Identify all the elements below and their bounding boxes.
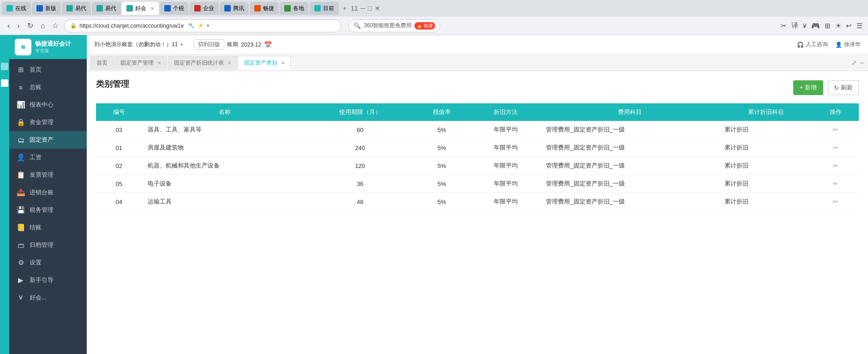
- edit-button[interactable]: ✏: [833, 180, 838, 187]
- sidebar-item-settings-label: 设置: [30, 258, 42, 267]
- sidebar-item-payroll-label: 工资: [30, 153, 42, 162]
- sidebar-item-fixed-assets[interactable]: 🗂 固定资产: [9, 131, 87, 149]
- cell-action: ✏: [813, 175, 859, 193]
- edit-button[interactable]: ✏: [833, 126, 838, 133]
- undo-icon[interactable]: ↩: [846, 22, 852, 30]
- sidebar-item-home[interactable]: ⊞ 首页: [9, 61, 87, 78]
- browser-tab-haohui[interactable]: 好会 ✕: [122, 2, 159, 15]
- cell-action: ✏: [813, 121, 859, 139]
- app-tab-home[interactable]: 首页: [90, 56, 114, 70]
- translate-icon[interactable]: 译: [791, 21, 798, 30]
- app-tab-depreciation-stat-close[interactable]: ✕: [227, 60, 231, 66]
- add-category-button[interactable]: + 新增: [793, 80, 823, 95]
- tab-expand-button[interactable]: ⤢: [851, 59, 857, 66]
- app-tab-depreciation-stat[interactable]: 固定资产折旧统计表 ✕: [168, 56, 237, 70]
- refresh-button[interactable]: ↻ 刷新: [828, 80, 859, 95]
- app-tab-assets-mgmt-close[interactable]: ✕: [157, 60, 161, 66]
- cell-method: 年限平均: [471, 139, 540, 157]
- menu-icon[interactable]: ☰: [856, 22, 862, 30]
- sidebar-item-funds[interactable]: 🔒 资金管理: [9, 114, 87, 131]
- user-account-text: 刘小艳演示账套（勿删勿动！）11: [94, 41, 178, 48]
- new-tab-button[interactable]: ＋: [341, 4, 348, 12]
- bookmark-button[interactable]: ☆: [50, 20, 60, 31]
- app-tab-asset-category-close[interactable]: ✕: [281, 60, 285, 66]
- sidebar-item-archive-label: 归档管理: [30, 241, 54, 249]
- sidebar-item-settlement[interactable]: 📒 结账: [9, 219, 87, 236]
- sidebar-item-tax[interactable]: 💾 税务管理: [9, 201, 87, 219]
- table-row: 04 运输工具 48 5% 年限平均 管理费用_固定资产折旧_一级 累计折旧 ✏: [96, 193, 859, 211]
- archive-icon: 🗃: [17, 241, 25, 249]
- browser-tab-changjie[interactable]: 畅捷: [250, 2, 279, 15]
- sun-icon[interactable]: ☀: [835, 22, 841, 30]
- sidebar-item-ledger[interactable]: ≡ 总账: [9, 78, 87, 96]
- sidebar-item-invoice[interactable]: 📋 发票管理: [9, 166, 87, 184]
- tab-list-button[interactable]: 11: [351, 5, 358, 12]
- home-button[interactable]: ⌂: [39, 21, 47, 31]
- maximize-button[interactable]: □: [368, 5, 372, 12]
- sidebar-item-guide[interactable]: ▶ 新手引导: [9, 271, 87, 289]
- browser-tab-gedi[interactable]: 各地: [280, 2, 309, 15]
- username-text: 徐泽华: [844, 41, 861, 48]
- app-tab-asset-category[interactable]: 固定资产类别 ✕: [238, 56, 291, 70]
- cell-action: ✏: [813, 193, 859, 211]
- browser-tab-gesui[interactable]: 个税: [160, 2, 189, 15]
- grid-icon[interactable]: ⊞: [825, 22, 831, 30]
- browser-toolbar-right: ✂ 译 ¥ 🎮 ⊞ ☀ ↩ ☰: [781, 21, 862, 30]
- switch-version-button[interactable]: 切到旧版: [194, 39, 224, 50]
- cell-method: 年限平均: [471, 193, 540, 211]
- browser-tab-xinban[interactable]: 新版: [32, 2, 61, 15]
- col-header-accum: 累计折旧科目: [719, 103, 813, 121]
- logo-icon: 畅: [15, 39, 31, 55]
- settlement-icon: 📒: [17, 223, 25, 232]
- browser-tab-yidai2[interactable]: 易代: [92, 2, 121, 15]
- refresh-icon: ↻: [834, 84, 839, 91]
- browser-tab-tengxun[interactable]: 腾讯: [220, 2, 249, 15]
- forward-button[interactable]: ›: [15, 21, 21, 31]
- user-profile-button[interactable]: 👤 徐泽华: [835, 41, 861, 48]
- sidebar-item-sales[interactable]: 📥 进销台账: [9, 184, 87, 201]
- cell-id: 05: [96, 175, 142, 193]
- sidebar-item-reports[interactable]: 📊 报表中心: [9, 96, 87, 114]
- browser-tab-close[interactable]: ✕: [150, 6, 154, 11]
- browser-tab-yidai1[interactable]: 易代: [62, 2, 91, 15]
- cell-rate: 5%: [413, 175, 471, 193]
- sidebar-item-archive[interactable]: 🗃 归档管理: [9, 236, 87, 254]
- logo-text-container: 畅捷通好会计 专业版: [35, 40, 71, 54]
- address-input[interactable]: 🔒 https://cloud.chanjet.com/accounting/u…: [64, 19, 341, 32]
- edit-button[interactable]: ✏: [833, 144, 838, 151]
- sidebar-item-home-label: 首页: [30, 66, 42, 74]
- sidebar-item-sales-label: 进销台账: [30, 188, 54, 197]
- search-bar[interactable]: 🔍 360智能抠图免费用 🔥 热搜: [348, 19, 440, 32]
- browser-tab-qiye[interactable]: 企业: [190, 2, 219, 15]
- edit-button[interactable]: ✏: [833, 198, 838, 205]
- refresh-browser-button[interactable]: ↻: [25, 20, 35, 31]
- wallet-icon[interactable]: ¥: [803, 22, 807, 30]
- cell-expense: 管理费用_固定资产折旧_一级: [540, 121, 719, 139]
- table-row: 05 电子设备 36 5% 年限平均 管理费用_固定资产折旧_一级 累计折旧 ✏: [96, 175, 859, 193]
- browser-tab-muqian[interactable]: 目前: [310, 2, 339, 15]
- user-dropdown-icon[interactable]: ▾: [180, 42, 183, 47]
- refresh-label: 刷新: [841, 84, 853, 92]
- guide-icon: ▶: [17, 276, 25, 284]
- col-header-name: 名称: [142, 103, 307, 121]
- col-header-period: 使用期限（月）: [307, 103, 413, 121]
- app-tab-assets-mgmt[interactable]: 固定资产管理 ✕: [114, 56, 167, 70]
- minimize-button[interactable]: ─: [361, 5, 365, 12]
- cell-expense: 管理费用_固定资产折旧_一级: [540, 175, 719, 193]
- tab-minimize-button[interactable]: ─: [860, 59, 864, 66]
- game-icon[interactable]: 🎮: [811, 22, 820, 30]
- help-button[interactable]: 🎧 人工咨询: [797, 41, 828, 48]
- cell-period: 36: [307, 175, 413, 193]
- sidebar-item-settings[interactable]: ⚙ 设置: [9, 254, 87, 271]
- browser-tab-zaixin[interactable]: 在线: [2, 2, 31, 15]
- edit-button[interactable]: ✏: [833, 162, 838, 169]
- sidebar-item-v[interactable]: V 好会...: [9, 289, 87, 306]
- main-content: 刘小艳演示账套（勿删勿动！）11 ▾ 切到旧版 账期 2023-12 📅 🎧 人…: [87, 35, 868, 354]
- close-window-button[interactable]: ✕: [375, 5, 380, 12]
- back-button[interactable]: ‹: [6, 21, 12, 31]
- scissors-icon[interactable]: ✂: [781, 22, 787, 30]
- sidebar-item-ledger-label: 总账: [30, 83, 42, 91]
- reports-icon: 📊: [17, 101, 25, 109]
- calendar-icon[interactable]: 📅: [264, 41, 272, 48]
- sidebar-item-payroll[interactable]: 👤 工资: [9, 149, 87, 166]
